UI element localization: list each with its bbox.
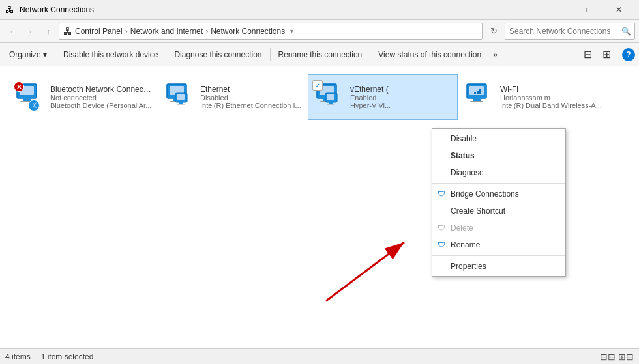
list-item[interactable]: ✓ vEthernet ( Enabled Hyper-V Vi... (308, 74, 458, 120)
context-menu: Disable Status Diagnose 🛡 Bridge Connect… (432, 128, 566, 277)
ethernet-icon (164, 81, 191, 109)
ctx-rename-label: Rename (451, 240, 480, 249)
svg-rect-10 (177, 94, 185, 100)
status-bar: 4 items 1 item selected ⊟⊟ ⊞⊟ (0, 348, 639, 364)
refresh-button[interactable]: ↻ (485, 23, 502, 40)
title-bar-controls: ─ □ ✕ (544, 0, 634, 20)
toolbar-sep4 (370, 48, 370, 61)
wifi-icon (464, 81, 491, 109)
vethernet-detail: Hyper-V Vi... (350, 102, 452, 109)
ctx-status[interactable]: Status (432, 147, 565, 164)
bluetooth-badge: ᚷ (28, 100, 40, 111)
help-button[interactable]: ? (622, 48, 635, 61)
list-item[interactable]: ✕ ᚷ Bluetooth Network Connection Not con… (8, 74, 158, 120)
item-count: 4 items (5, 352, 31, 361)
vethernet-name: vEthernet ( (350, 85, 452, 94)
svg-rect-24 (477, 91, 479, 94)
main-content: ✕ ᚷ Bluetooth Network Connection Not con… (0, 66, 639, 348)
ctx-shortcut[interactable]: Create Shortcut (432, 203, 565, 219)
list-item[interactable]: Ethernet Disabled Intel(R) Ethernet Conn… (158, 74, 308, 120)
details-view-button[interactable]: ⊟⊟ (600, 350, 616, 363)
ctx-disable-label: Disable (451, 134, 477, 143)
ethernet-icon-wrap (164, 81, 195, 113)
maximize-button[interactable]: □ (574, 0, 604, 20)
ctx-bridge-label: Bridge Connections (451, 189, 519, 199)
bluetooth-detail: Bluetooth Device (Personal Ar... (50, 102, 152, 109)
view-toggle-button[interactable]: ⊞ (597, 45, 616, 64)
breadcrumb[interactable]: 🖧 Control Panel › Network and Internet ›… (59, 23, 483, 40)
minimize-button[interactable]: ─ (544, 0, 574, 20)
wifi-status: Horlahassam m (500, 94, 602, 102)
shield-icon-rename: 🛡 (436, 240, 447, 250)
shield-icon-bridge: 🛡 (436, 189, 447, 199)
diagnose-button[interactable]: Diagnose this connection (169, 45, 267, 64)
ctx-disable[interactable]: Disable (432, 130, 565, 147)
title-bar-left: 🖧 Network Connections (5, 5, 94, 15)
search-wrap: 🔍 (505, 23, 635, 40)
svg-rect-26 (473, 98, 481, 101)
breadcrumb-dropdown-icon[interactable]: ▾ (290, 27, 293, 35)
title-bar: 🖧 Network Connections ─ □ ✕ (0, 0, 639, 20)
window-title: Network Connections (20, 5, 94, 14)
bluetooth-icon-wrap: ✕ ᚷ (14, 81, 45, 113)
more-button[interactable]: » (488, 45, 503, 64)
list-item[interactable]: Wi-Fi Horlahassam m Intel(R) Dual Band W… (458, 74, 608, 120)
wifi-detail: Intel(R) Dual Band Wireless-A... (500, 102, 602, 109)
wifi-info: Wi-Fi Horlahassam m Intel(R) Dual Band W… (500, 85, 602, 109)
svg-rect-23 (474, 92, 476, 94)
view-buttons: ⊟⊟ ⊞⊟ (600, 350, 634, 363)
ctx-bridge[interactable]: 🛡 Bridge Connections (432, 186, 565, 203)
tiles-view-button[interactable]: ⊞⊟ (618, 350, 634, 363)
vethernet-info: vEthernet ( Enabled Hyper-V Vi... (350, 85, 452, 109)
svg-rect-27 (470, 101, 483, 102)
ctx-rename[interactable]: 🛡 Rename (432, 236, 565, 253)
svg-rect-12 (177, 104, 185, 105)
toolbar-sep5 (619, 48, 619, 61)
breadcrumb-icon: 🖧 (63, 26, 72, 36)
ctx-properties[interactable]: Properties (432, 258, 565, 275)
bluetooth-status: Not connected (50, 94, 152, 102)
ctx-sep2 (432, 255, 565, 256)
check-badge: ✓ (312, 80, 323, 91)
svg-rect-4 (14, 81, 14, 82)
svg-rect-18 (327, 94, 334, 100)
vethernet-status: Enabled (350, 94, 452, 102)
ctx-delete-label: Delete (451, 223, 473, 232)
back-button[interactable]: ‹ (4, 23, 20, 39)
wifi-name: Wi-Fi (500, 85, 602, 94)
organize-button[interactable]: Organize ▾ (4, 45, 52, 64)
forward-button[interactable]: › (22, 23, 38, 39)
breadcrumb-sep1: › (125, 27, 128, 36)
breadcrumb-network-connections: Network Connections (211, 27, 285, 36)
shield-icon-delete: 🛡 (436, 223, 447, 233)
breadcrumb-text: Control Panel (75, 27, 123, 36)
breadcrumb-network-internet: Network and Internet (130, 27, 203, 36)
ctx-shortcut-label: Create Shortcut (451, 206, 505, 216)
arrow-annotation (313, 229, 430, 309)
ethernet-info: Ethernet Disabled Intel(R) Ethernet Conn… (200, 85, 302, 109)
wifi-icon-wrap (464, 81, 495, 113)
bluetooth-info: Bluetooth Network Connection Not connect… (50, 85, 152, 109)
search-icon: 🔍 (621, 27, 631, 36)
ethernet-status: Disabled (200, 94, 302, 102)
ctx-delete[interactable]: 🛡 Delete (432, 219, 565, 236)
view-status-button[interactable]: View status of this connection (373, 45, 486, 64)
ctx-status-label: Status (451, 151, 475, 160)
toolbar: Organize ▾ Disable this network device D… (0, 43, 639, 66)
vethernet-icon-wrap: ✓ (314, 81, 345, 113)
ethernet-name: Ethernet (200, 85, 302, 94)
x-badge: ✕ (14, 81, 24, 92)
ctx-diagnose[interactable]: Diagnose (432, 164, 565, 181)
close-button[interactable]: ✕ (604, 0, 634, 20)
address-bar: ‹ › ↑ 🖧 Control Panel › Network and Inte… (0, 20, 639, 43)
search-input[interactable] (505, 23, 635, 40)
view-options-button[interactable]: ⊟ (578, 45, 597, 64)
bluetooth-name: Bluetooth Network Connection (50, 85, 152, 94)
up-button[interactable]: ↑ (40, 23, 56, 39)
rename-button[interactable]: Rename this connection (273, 45, 368, 64)
window-icon: 🖧 (5, 5, 14, 15)
svg-line-29 (326, 242, 404, 301)
disable-button[interactable]: Disable this network device (58, 45, 163, 64)
ctx-properties-label: Properties (451, 262, 486, 271)
toolbar-sep3 (270, 48, 271, 61)
